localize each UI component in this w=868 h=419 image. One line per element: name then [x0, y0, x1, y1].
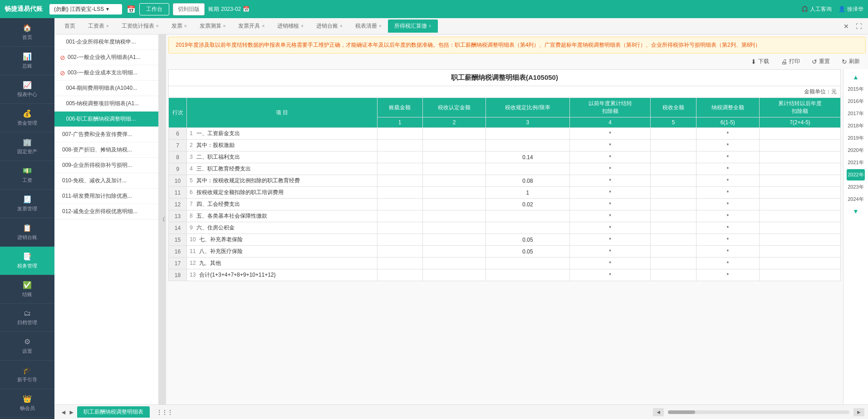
tab-home[interactable]: 首页	[58, 19, 82, 33]
sidebar-item-ledger[interactable]: 📊 总账	[0, 47, 54, 75]
row-col3[interactable]	[486, 269, 569, 281]
sidebar-item-settings[interactable]: ⚙ 设置	[0, 332, 54, 361]
close-tab-payroll-stat[interactable]: ×	[156, 24, 159, 29]
list-item-008[interactable]: 008-资产折旧、摊销及纳税...	[54, 142, 158, 158]
row-col5[interactable]	[651, 187, 696, 199]
print-btn[interactable]: 🖨 打印	[777, 56, 804, 67]
list-item-012[interactable]: 012-减免企业所得税优惠明细...	[54, 204, 158, 219]
row-col3[interactable]: 0.02	[486, 199, 569, 210]
bottom-more-btn[interactable]: ⋮⋮⋮	[157, 409, 173, 415]
row-col3[interactable]	[486, 258, 569, 269]
row-col2[interactable]	[422, 234, 485, 246]
row-col5[interactable]	[651, 128, 696, 140]
row-col3[interactable]	[486, 210, 569, 222]
sidebar-item-report[interactable]: 📈 报表中心	[0, 75, 54, 104]
close-tab-sales-check[interactable]: ×	[301, 24, 304, 29]
row-col3[interactable]: 0.14	[486, 151, 569, 163]
bottom-next-btn[interactable]: ►	[69, 409, 75, 416]
row-col7[interactable]	[760, 258, 841, 269]
list-item-002[interactable]: ⊘ 002-一般企业收入明细表(A1...	[54, 50, 158, 65]
row-col3[interactable]	[486, 163, 569, 175]
row-col1[interactable]	[377, 163, 422, 175]
row-col7[interactable]	[760, 234, 841, 246]
row-col2[interactable]	[422, 175, 485, 187]
row-col1[interactable]	[377, 222, 422, 234]
row-col3[interactable]: 0.05	[486, 234, 569, 246]
list-item-007[interactable]: 007-广告费和业务宣传费弹...	[54, 127, 158, 142]
close-tab-income-tax[interactable]: ×	[429, 24, 432, 29]
row-col3[interactable]: 1	[486, 187, 569, 199]
close-tab-payroll[interactable]: ×	[106, 24, 109, 29]
scroll-left-btn[interactable]: ◄	[653, 408, 664, 416]
close-tab-tax-table[interactable]: ×	[379, 24, 382, 29]
list-item-011[interactable]: 011-研发费用加计扣除优惠...	[54, 189, 158, 204]
year-down-arrow[interactable]: ▼	[851, 206, 861, 217]
row-col5[interactable]	[651, 175, 696, 187]
row-col7[interactable]	[760, 175, 841, 187]
list-item-006[interactable]: ● 006-职工薪酬纳税调整明细...	[54, 112, 158, 127]
row-col7[interactable]	[760, 151, 841, 163]
row-col5[interactable]	[651, 210, 696, 222]
row-col3[interactable]: 0.05	[486, 246, 569, 258]
old-version-button[interactable]: 切到旧版	[173, 3, 205, 15]
list-item-010[interactable]: 010-免税、减收入及加计...	[54, 173, 158, 189]
list-item-003[interactable]: ⊘ 003-一般企业成本支出明细...	[54, 65, 158, 81]
row-col3[interactable]: 0.08	[486, 175, 569, 187]
sidebar-item-close[interactable]: ✅ 结账	[0, 275, 54, 304]
sidebar-item-tax[interactable]: 📑 税务管理	[0, 247, 54, 275]
row-col3[interactable]	[486, 128, 569, 140]
row-col1[interactable]	[377, 140, 422, 151]
sidebar-item-home[interactable]: 🏠 首页	[0, 18, 54, 47]
sidebar-item-guide[interactable]: 🎓 新手引导	[0, 361, 54, 389]
row-col5[interactable]	[651, 199, 696, 210]
sidebar-item-invoice[interactable]: 🧾 发票管理	[0, 190, 54, 218]
row-col1[interactable]	[377, 151, 422, 163]
row-col5[interactable]	[651, 269, 696, 281]
row-col1[interactable]	[377, 258, 422, 269]
sidebar-item-sales[interactable]: 📋 进销台账	[0, 218, 54, 247]
close-tab-sales-ledger[interactable]: ×	[340, 24, 343, 29]
row-col7[interactable]	[760, 128, 841, 140]
year-item[interactable]: 2021年	[847, 157, 865, 168]
row-col2[interactable]	[422, 140, 485, 151]
close-tab-invoice-issue[interactable]: ×	[262, 24, 265, 29]
bottom-prev-btn[interactable]: ◄	[60, 409, 67, 416]
close-tab-invoice[interactable]: ×	[184, 24, 187, 29]
download-btn[interactable]: ⬇ 下载	[747, 56, 773, 67]
row-col1[interactable]	[377, 234, 422, 246]
year-item[interactable]: 2019年	[847, 132, 865, 144]
tab-tax-table[interactable]: 税表清册 ×	[349, 19, 388, 33]
service-btn[interactable]: 🎧 人工客询	[801, 5, 832, 13]
period-calendar-icon[interactable]: 📅	[243, 6, 250, 12]
row-col2[interactable]	[422, 210, 485, 222]
row-col5[interactable]	[651, 140, 696, 151]
year-item[interactable]: 2017年	[847, 108, 865, 119]
row-col7[interactable]	[760, 210, 841, 222]
tab-payroll[interactable]: 工资表 ×	[82, 19, 115, 33]
sidebar-item-finance[interactable]: 💰 资金管理	[0, 104, 54, 132]
horizontal-scrollbar[interactable]	[668, 410, 849, 414]
row-col5[interactable]	[651, 222, 696, 234]
row-col1[interactable]	[377, 269, 422, 281]
tab-invoice-issue[interactable]: 发票开具 ×	[232, 19, 271, 33]
list-item-004[interactable]: ● 004-期间费用明细表(A1040...	[54, 81, 158, 96]
row-col1[interactable]	[377, 199, 422, 210]
year-item[interactable]: 2024年	[847, 194, 865, 205]
list-item-005[interactable]: ● 005-纳税调整项目明细表(A1...	[54, 96, 158, 112]
row-col3[interactable]	[486, 140, 569, 151]
tab-income-tax[interactable]: 所得税汇算缴 ×	[388, 19, 438, 33]
row-col7[interactable]	[760, 246, 841, 258]
year-up-arrow[interactable]: ▲	[851, 72, 861, 83]
row-col1[interactable]	[377, 175, 422, 187]
list-item-001[interactable]: ● 001-企业所得税年度纳税申...	[54, 34, 158, 50]
row-col3[interactable]	[486, 222, 569, 234]
row-col1[interactable]	[377, 187, 422, 199]
row-col2[interactable]	[422, 128, 485, 140]
sidebar-item-assets[interactable]: 🏢 固定资产	[0, 132, 54, 161]
row-col2[interactable]	[422, 246, 485, 258]
row-col5[interactable]	[651, 246, 696, 258]
tab-payroll-stat[interactable]: 工资统计报表 ×	[115, 19, 165, 33]
workbench-button[interactable]: 工作台	[139, 3, 169, 15]
row-col2[interactable]	[422, 199, 485, 210]
tab-invoice[interactable]: 发票 ×	[165, 19, 193, 33]
